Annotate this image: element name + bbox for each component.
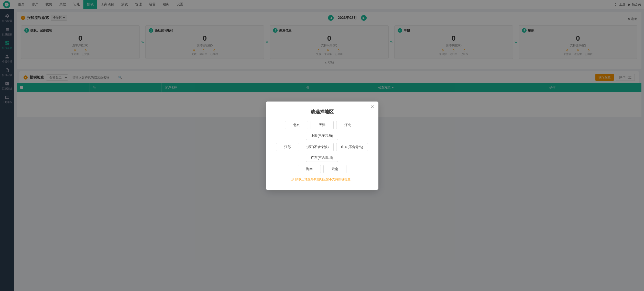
region-yunnan[interactable]: 云南 bbox=[323, 165, 346, 173]
modal-title: 请选择地区 bbox=[274, 109, 370, 115]
modal-overlay[interactable]: ✕ 请选择地区 北京 天津 河北 上海(电子税局) 江苏 浙江(不含宁波) 山东… bbox=[0, 0, 644, 291]
region-shandong[interactable]: 山东(不含青岛) bbox=[336, 143, 368, 151]
region-buttons-row2: 江苏 浙江(不含宁波) 山东(不含青岛) 广东(不含深圳) bbox=[274, 143, 370, 162]
modal-close-button[interactable]: ✕ bbox=[370, 105, 374, 109]
region-jiangsu[interactable]: 江苏 bbox=[276, 143, 299, 151]
warning-icon: ⓘ bbox=[291, 177, 294, 182]
region-tianjin[interactable]: 天津 bbox=[311, 121, 334, 129]
region-select-modal: ✕ 请选择地区 北京 天津 河北 上海(电子税局) 江苏 浙江(不含宁波) 山东… bbox=[266, 102, 378, 190]
region-zhejiang[interactable]: 浙江(不含宁波) bbox=[302, 143, 334, 151]
region-hainan[interactable]: 海南 bbox=[298, 165, 321, 173]
region-buttons-row3: 海南 云南 bbox=[274, 165, 370, 173]
region-shanghai[interactable]: 上海(电子税局) bbox=[306, 132, 338, 140]
region-hebei[interactable]: 河北 bbox=[336, 121, 359, 129]
modal-warning: ⓘ 除以上地区外其他地区暂不支持报税检查！ bbox=[274, 177, 370, 182]
region-guangdong[interactable]: 广东(不含深圳) bbox=[306, 154, 338, 162]
region-buttons-row1: 北京 天津 河北 上海(电子税局) bbox=[274, 121, 370, 140]
warning-text: 除以上地区外其他地区暂不支持报税检查！ bbox=[295, 177, 354, 182]
region-beijing[interactable]: 北京 bbox=[285, 121, 308, 129]
